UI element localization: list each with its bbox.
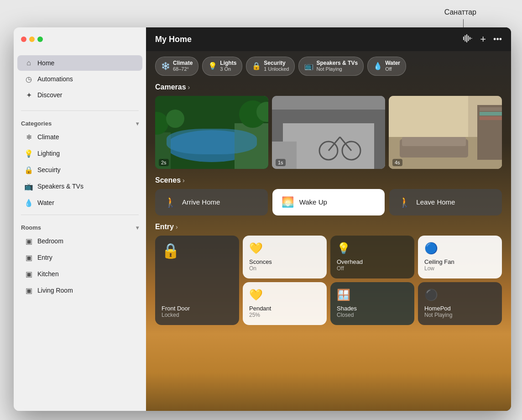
chip-lights-text: Lights 3 On xyxy=(220,60,236,73)
camera-room-timestamp: 4s xyxy=(392,159,402,166)
scrollable-content[interactable]: ❄️ Climate 68–72° 💡 Lights 3 On 🔒 xyxy=(146,51,511,411)
front-door-status: Locked xyxy=(162,312,233,318)
camera-garage-bg xyxy=(272,96,385,169)
sidebar-item-security[interactable]: 🔒 Secuirty xyxy=(17,162,142,178)
svg-rect-30 xyxy=(389,96,468,137)
scene-leave-home[interactable]: 🚶 Leave Home xyxy=(389,189,502,215)
waveform-icon[interactable] xyxy=(463,34,473,45)
sidebar-lighting-label: Lighting xyxy=(37,150,60,157)
chip-water-text: Water Off xyxy=(385,60,400,73)
chip-security[interactable]: 🔒 Security 1 Unlocked xyxy=(246,57,295,76)
cameras-section-header[interactable]: Cameras › xyxy=(155,83,502,91)
sidebar-kitchen-label: Kitchen xyxy=(37,270,59,278)
more-icon[interactable]: ••• xyxy=(493,35,502,44)
homepod-name: HomePod xyxy=(424,305,496,312)
svg-rect-29 xyxy=(480,116,502,120)
device-sconces[interactable]: 💛 Sconces On xyxy=(243,236,327,278)
homepod-status: Not Playing xyxy=(424,312,496,318)
chip-water-value: Off xyxy=(385,66,400,72)
wake-up-label: Wake Up xyxy=(299,198,327,206)
bulb-icon: 💡 xyxy=(25,149,33,158)
homepod-icon: ⚫ xyxy=(424,289,496,301)
sidebar-entry-label: Entry xyxy=(37,254,52,261)
camera-room[interactable]: 4s xyxy=(389,96,502,169)
chip-climate[interactable]: ❄️ Climate 68–72° xyxy=(155,57,198,76)
sconces-name: Sconces xyxy=(249,258,320,266)
entry-section-header[interactable]: Entry › xyxy=(155,223,502,231)
pendant-status: 25% xyxy=(249,312,320,318)
leave-home-icon: 🚶 xyxy=(398,196,411,208)
shades-info: Shades Closed xyxy=(337,305,408,319)
sidebar-item-speakers[interactable]: 📺 Speakers & TVs xyxy=(17,178,142,194)
scenes-chevron: › xyxy=(183,177,185,184)
overhead-status: Off xyxy=(337,265,408,272)
chip-water[interactable]: 💧 Water Off xyxy=(367,57,406,76)
pendant-info: Pendant 25% xyxy=(249,305,320,319)
entry-icon: ▣ xyxy=(25,253,33,262)
scene-arrive-home[interactable]: 🚶 Arrive Home xyxy=(155,189,268,215)
sidebar: ⌂ Home ◷ Automations ✦ Discover Categori… xyxy=(14,27,146,411)
sidebar-item-bedroom[interactable]: ▣ Bedroom xyxy=(17,233,142,249)
scene-wake-up[interactable]: 🌅 Wake Up xyxy=(272,189,385,215)
sidebar-item-entry[interactable]: ▣ Entry xyxy=(17,250,142,265)
sidebar-item-kitchen[interactable]: ▣ Kitchen xyxy=(17,266,142,282)
sidebar-living-room-label: Living Room xyxy=(37,287,73,294)
devices-grid: 🔒 Front Door Locked 💛 Sconces On xyxy=(155,236,502,325)
device-front-door[interactable]: 🔒 Front Door Locked xyxy=(155,236,239,325)
svg-rect-9 xyxy=(235,123,268,169)
rooms-label: Rooms xyxy=(21,224,41,231)
chip-security-text: Security 1 Unlocked xyxy=(264,60,289,73)
scenes-row: 🚶 Arrive Home 🌅 Wake Up 🚶 Leave Home xyxy=(155,189,502,215)
front-door-lock-icon: 🔒 xyxy=(162,242,233,259)
device-pendant[interactable]: 💛 Pendant 25% xyxy=(243,282,327,325)
sidebar-item-discover[interactable]: ✦ Discover xyxy=(17,87,142,103)
chip-lights[interactable]: 💡 Lights 3 On xyxy=(202,57,242,76)
entry-chevron: › xyxy=(176,223,178,231)
chip-security-label: Security xyxy=(264,60,289,66)
shades-name: Shades xyxy=(337,305,408,312)
chip-water-icon: 💧 xyxy=(373,62,382,70)
sidebar-item-climate[interactable]: ❄ Climate xyxy=(17,129,142,145)
page-title: My Home xyxy=(155,35,192,44)
lock-icon: 🔒 xyxy=(25,166,33,174)
chip-lights-value: 3 On xyxy=(220,66,236,72)
kitchen-icon: ▣ xyxy=(25,270,33,278)
device-ceiling-fan[interactable]: 🔵 Ceiling Fan Low xyxy=(418,236,502,278)
chip-security-icon: 🔒 xyxy=(252,62,261,70)
toolbar-icons: + ••• xyxy=(463,33,502,45)
chip-climate-value: 68–72° xyxy=(173,66,193,72)
camera-pool[interactable]: 2s xyxy=(155,96,268,169)
sidebar-automations-label: Automations xyxy=(37,75,73,83)
overhead-icon: 💡 xyxy=(337,242,408,255)
sidebar-climate-label: Climate xyxy=(37,133,59,141)
cameras-title: Cameras xyxy=(155,83,186,91)
chip-speakers-value: Not Playing xyxy=(316,66,358,72)
device-homepod[interactable]: ⚫ HomePod Not Playing xyxy=(418,282,502,325)
entry-title: Entry xyxy=(155,223,174,231)
camera-room-bg xyxy=(389,96,502,169)
scenes-section-header[interactable]: Scenes › xyxy=(155,176,502,184)
fullscreen-button[interactable] xyxy=(37,37,43,42)
sidebar-divider-2 xyxy=(21,215,139,215)
device-shades[interactable]: 🪟 Shades Closed xyxy=(330,282,414,325)
ceiling-fan-status: Low xyxy=(424,265,496,272)
device-overhead[interactable]: 💡 Overhead Off xyxy=(330,236,414,278)
chip-speakers-text: Speakers & TVs Not Playing xyxy=(316,60,358,73)
camera-garage[interactable]: 1s xyxy=(272,96,385,169)
svg-rect-0 xyxy=(463,37,464,40)
sidebar-item-water[interactable]: 💧 Water xyxy=(17,195,142,210)
sidebar-item-automations[interactable]: ◷ Automations xyxy=(17,71,142,87)
categories-chevron: ▾ xyxy=(136,121,139,127)
leave-home-label: Leave Home xyxy=(416,198,455,206)
close-button[interactable] xyxy=(21,37,26,42)
chip-speakers[interactable]: 📺 Speakers & TVs Not Playing xyxy=(298,57,364,76)
add-icon[interactable]: + xyxy=(480,33,486,45)
sidebar-item-lighting[interactable]: 💡 Lighting xyxy=(17,146,142,161)
svg-rect-25 xyxy=(402,137,466,146)
minimize-button[interactable] xyxy=(29,37,35,42)
shades-status: Closed xyxy=(337,312,408,318)
svg-rect-5 xyxy=(471,38,472,39)
sidebar-item-home[interactable]: ⌂ Home xyxy=(17,55,142,71)
svg-rect-2 xyxy=(466,34,467,42)
sidebar-item-living-room[interactable]: ▣ Living Room xyxy=(17,283,142,298)
